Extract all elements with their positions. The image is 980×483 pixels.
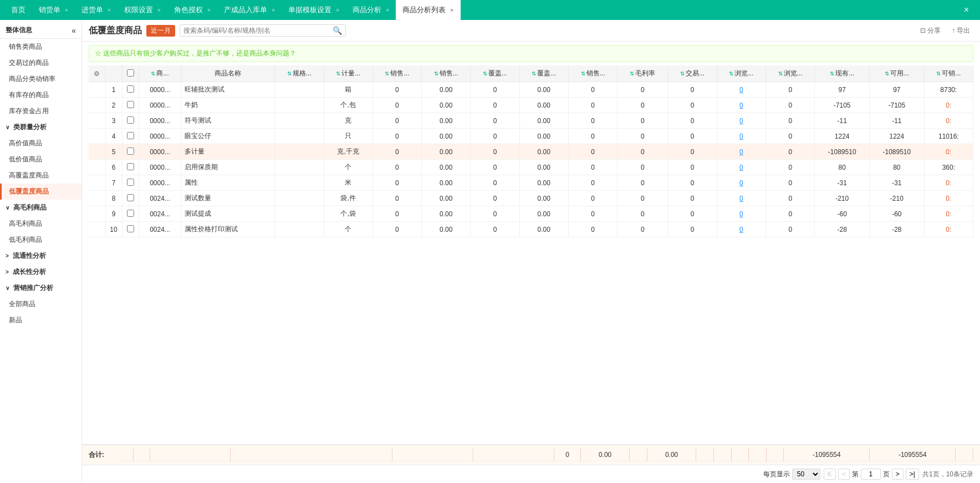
- sidebar-collapse-icon[interactable]: «: [72, 26, 76, 35]
- share-button[interactable]: ⊡ 分享: [917, 25, 944, 37]
- row-checkbox-input[interactable]: [127, 179, 134, 186]
- nav-home[interactable]: 首页: [4, 0, 32, 20]
- table-container[interactable]: ⚙ ⇅商... 商品名称 ⇅规格... ⇅计量... ⇅销售... ⇅销售...…: [82, 65, 980, 444]
- prev-page-button[interactable]: <: [838, 469, 850, 480]
- row-checkbox[interactable]: [122, 175, 139, 191]
- nav-analysis[interactable]: 商品分析 ×: [346, 0, 396, 20]
- sidebar-section-marketing[interactable]: ∨ 营销推广分析: [0, 280, 81, 296]
- col-spec[interactable]: ⇅规格...: [275, 65, 324, 82]
- table-row[interactable]: 6 0000... 启用保质期 个 0 0.00 0 0.00 0 0 0 0 …: [89, 160, 973, 175]
- close-analysis-icon[interactable]: ×: [386, 7, 389, 13]
- sidebar-item-high-coverage[interactable]: 高覆盖度商品: [0, 167, 81, 184]
- sidebar-item-all-goods[interactable]: 全部商品: [0, 296, 81, 312]
- col-sales-amount[interactable]: ⇅销售...: [422, 65, 471, 82]
- sidebar-item-low-value[interactable]: 低价值商品: [0, 151, 81, 167]
- col-unit[interactable]: ⇅计量...: [324, 65, 372, 82]
- page-input[interactable]: [861, 469, 881, 480]
- col-current-stock[interactable]: ⇅现有...: [815, 65, 870, 82]
- row-browse1[interactable]: 0: [717, 113, 765, 129]
- col-browse1[interactable]: ⇅浏览...: [717, 65, 765, 82]
- table-row[interactable]: 3 0000... 符号测试 克 0 0.00 0 0.00 0 0 0 0 0…: [89, 113, 973, 129]
- last-page-button[interactable]: >|: [906, 469, 919, 480]
- sidebar-item-capital[interactable]: 库存资金占用: [0, 103, 81, 119]
- col-sales-count[interactable]: ⇅销售...: [372, 65, 421, 82]
- table-row[interactable]: 1 0000... 旺辅批次测试 箱 0 0.00 0 0.00 0 0 0 0…: [89, 82, 973, 98]
- close-analysis-list-icon[interactable]: ×: [450, 7, 453, 13]
- row-browse1[interactable]: 0: [717, 160, 765, 175]
- table-row[interactable]: 4 0000... 眼宝公仔 只 0 0.00 0 0.00 0 0 0 0 0…: [89, 129, 973, 144]
- row-checkbox[interactable]: [122, 206, 139, 222]
- sidebar-section-margin[interactable]: ∨ 高毛利商品: [0, 200, 81, 216]
- sidebar-item-in-stock[interactable]: 有库存的商品: [0, 87, 81, 103]
- col-available[interactable]: ⇅可用...: [870, 65, 925, 82]
- row-checkbox[interactable]: [122, 113, 139, 129]
- sidebar-section-flow[interactable]: > 流通性分析: [0, 248, 81, 264]
- sidebar-section-growth[interactable]: > 成长性分析: [0, 264, 81, 280]
- close-permissions-icon[interactable]: ×: [157, 7, 161, 13]
- search-box[interactable]: 🔍: [180, 24, 346, 37]
- sidebar-item-high-value[interactable]: 高价值商品: [0, 135, 81, 151]
- row-checkbox[interactable]: [122, 129, 139, 144]
- row-checkbox-input[interactable]: [127, 210, 134, 217]
- next-page-button[interactable]: >: [892, 469, 904, 480]
- sidebar-item-high-margin[interactable]: 高毛利商品: [0, 216, 81, 232]
- row-checkbox-input[interactable]: [127, 132, 134, 139]
- window-close-button[interactable]: ×: [957, 0, 976, 20]
- row-checkbox[interactable]: [122, 144, 139, 160]
- row-checkbox[interactable]: [122, 160, 139, 175]
- row-browse1[interactable]: 0: [717, 82, 765, 98]
- sidebar-item-sales-goods[interactable]: 销售类商品: [0, 39, 81, 55]
- col-browse2[interactable]: ⇅浏览...: [766, 65, 815, 82]
- close-products-icon[interactable]: ×: [272, 7, 275, 13]
- row-checkbox[interactable]: [122, 82, 139, 98]
- table-row[interactable]: 2 0000... 牛奶 个,包 0 0.00 0 0.00 0 0 0 0 0…: [89, 98, 973, 113]
- col-saleable[interactable]: ⇅可销...: [924, 65, 973, 82]
- per-page-select[interactable]: 50 20 100: [792, 469, 820, 480]
- row-browse1[interactable]: 0: [717, 175, 765, 191]
- row-browse1[interactable]: 0: [717, 191, 765, 206]
- row-checkbox-input[interactable]: [127, 225, 134, 232]
- nav-sales[interactable]: 销货单 ×: [32, 0, 75, 20]
- row-checkbox-input[interactable]: [127, 116, 134, 124]
- nav-roles[interactable]: 角色授权 ×: [167, 0, 217, 20]
- table-row[interactable]: 8 0024... 测试数量 袋,件 0 0.00 0 0.00 0 0 0 0…: [89, 191, 973, 206]
- search-input[interactable]: [183, 27, 333, 34]
- select-all-checkbox[interactable]: [127, 69, 134, 77]
- export-button[interactable]: ↑ 导出: [948, 25, 973, 37]
- col-coverage2[interactable]: ⇅覆盖...: [519, 65, 568, 82]
- row-browse1[interactable]: 0: [717, 222, 765, 237]
- close-sales-icon[interactable]: ×: [65, 7, 68, 13]
- col-settings[interactable]: ⚙: [89, 65, 105, 82]
- sidebar-item-low-margin[interactable]: 低毛利商品: [0, 232, 81, 248]
- col-coverage1[interactable]: ⇅覆盖...: [471, 65, 519, 82]
- close-roles-icon[interactable]: ×: [207, 7, 211, 13]
- table-row[interactable]: 9 0024... 测试提成 个,袋 0 0.00 0 0.00 0 0 0 0…: [89, 206, 973, 222]
- table-row[interactable]: 10 0024... 属性价格打印测试 个 0 0.00 0 0.00 0 0 …: [89, 222, 973, 237]
- row-browse1[interactable]: 0: [717, 144, 765, 160]
- sidebar-item-low-coverage[interactable]: 低覆盖度商品: [0, 184, 81, 200]
- col-checkbox[interactable]: [122, 65, 139, 82]
- table-row[interactable]: 7 0000... 属性 米 0 0.00 0 0.00 0 0 0 0 0 -…: [89, 175, 973, 191]
- period-button[interactable]: 近一月: [146, 25, 175, 37]
- row-checkbox-input[interactable]: [127, 194, 134, 201]
- row-browse1[interactable]: 0: [717, 129, 765, 144]
- row-browse1[interactable]: 0: [717, 206, 765, 222]
- col-sales-days[interactable]: ⇅销售...: [568, 65, 617, 82]
- row-checkbox-input[interactable]: [127, 101, 134, 108]
- sidebar-item-traded-goods[interactable]: 交易过的商品: [0, 55, 81, 71]
- close-templates-icon[interactable]: ×: [336, 7, 339, 13]
- nav-products[interactable]: 产成品入库单 ×: [217, 0, 282, 20]
- nav-purchase[interactable]: 进货单 ×: [75, 0, 118, 20]
- sidebar-section-quality[interactable]: ∨ 类群量分析: [0, 119, 81, 135]
- first-page-button[interactable]: K: [824, 469, 836, 480]
- search-icon[interactable]: 🔍: [333, 26, 342, 35]
- sidebar-item-goods-flow[interactable]: 商品分类动销率: [0, 71, 81, 87]
- row-checkbox[interactable]: [122, 222, 139, 237]
- nav-templates[interactable]: 单据模板设置 ×: [282, 0, 346, 20]
- col-gross-rate[interactable]: ⇅毛利率: [617, 65, 668, 82]
- sidebar-item-new-goods[interactable]: 新品: [0, 312, 81, 328]
- row-checkbox[interactable]: [122, 191, 139, 206]
- nav-permissions[interactable]: 权限设置 ×: [118, 0, 167, 20]
- close-purchase-icon[interactable]: ×: [108, 7, 111, 13]
- col-code[interactable]: ⇅商...: [139, 65, 181, 82]
